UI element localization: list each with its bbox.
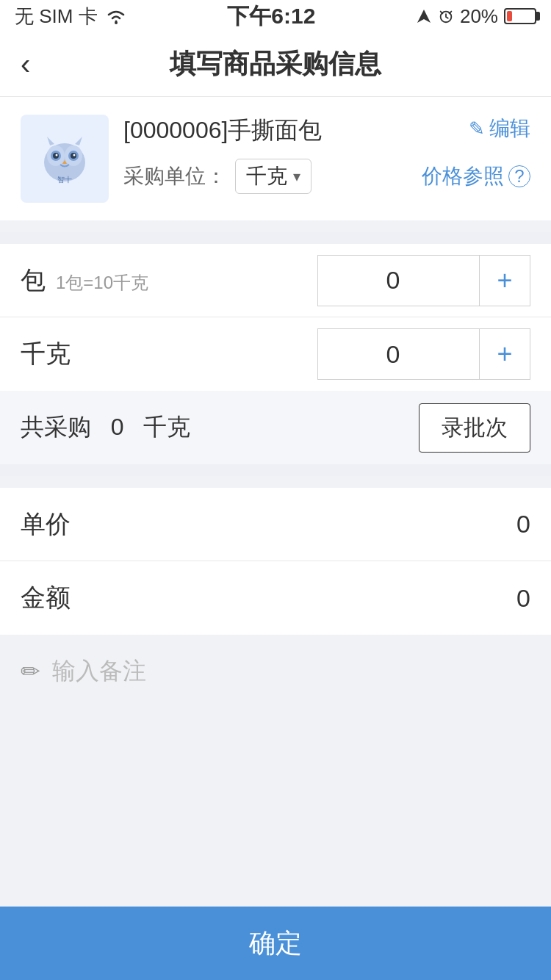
kg-quantity-input[interactable] <box>317 328 479 380</box>
bag-sublabel: 1包=10千克 <box>56 271 148 295</box>
product-image: 智十 <box>21 115 109 203</box>
status-left: 无 SIM 卡 <box>15 4 127 29</box>
summary-row: 共采购 0 千克 录批次 <box>0 391 551 464</box>
unit-price-label: 单价 <box>21 508 71 541</box>
purchase-unit-label: 采购单位： <box>123 162 226 190</box>
nav-bar: ‹ 填写商品采购信息 <box>0 32 551 97</box>
kg-input-right: + <box>317 328 530 380</box>
help-icon: ? <box>508 165 530 187</box>
kg-label: 千克 <box>21 337 71 371</box>
summary-unit: 千克 <box>143 414 190 440</box>
product-card: 智十 [0000006]手撕面包 ✎ 编辑 采购单位： 千克 ▾ 价格参照 ? <box>0 97 551 220</box>
edit-button[interactable]: ✎ 编辑 <box>469 115 530 143</box>
sim-label: 无 SIM 卡 <box>15 4 98 29</box>
status-time: 下午6:12 <box>227 1 315 32</box>
bag-quantity-input[interactable] <box>317 255 479 306</box>
section-divider-1 <box>0 232 551 244</box>
batch-button[interactable]: 录批次 <box>419 403 530 453</box>
svg-point-0 <box>115 21 118 24</box>
summary-value: 0 <box>111 414 124 440</box>
purchase-unit-row: 采购单位： 千克 ▾ 价格参照 ? <box>123 159 530 194</box>
kg-plus-button[interactable]: + <box>479 328 530 380</box>
price-ref-button[interactable]: 价格参照 ? <box>422 162 530 190</box>
alarm-icon <box>438 8 454 24</box>
kg-unit-label: 千克 <box>21 337 71 371</box>
status-bar: 无 SIM 卡 下午6:12 20% <box>0 0 551 32</box>
bottom-spacer <box>0 708 551 929</box>
kg-input-row: 千克 + <box>0 317 551 391</box>
svg-marker-12 <box>47 137 54 145</box>
back-button[interactable]: ‹ <box>21 48 30 81</box>
pencil-icon: ✏ <box>21 657 40 685</box>
summary-text: 共采购 0 千克 <box>21 411 190 444</box>
battery-percent: 20% <box>460 5 498 28</box>
location-icon <box>416 8 432 24</box>
section-divider-2 <box>0 464 551 476</box>
product-info: [0000006]手撕面包 ✎ 编辑 采购单位： 千克 ▾ 价格参照 ? <box>123 115 530 194</box>
bag-input-right: + <box>317 255 530 306</box>
note-placeholder: 输入备注 <box>52 655 146 688</box>
product-logo: 智十 <box>35 129 94 188</box>
price-ref-label: 价格参照 <box>422 162 504 190</box>
status-right: 20% <box>416 5 536 28</box>
unit-price-value: 0 <box>516 510 530 538</box>
svg-point-9 <box>56 154 58 156</box>
edit-label: 编辑 <box>489 115 530 143</box>
page-title: 填写商品采购信息 <box>170 46 381 82</box>
bag-input-row: 包 1包=10千克 + <box>0 244 551 317</box>
svg-marker-13 <box>75 137 82 145</box>
edit-icon: ✎ <box>469 118 485 140</box>
svg-point-10 <box>73 154 76 156</box>
battery-icon <box>504 8 536 24</box>
unit-price-row: 单价 0 <box>0 488 551 561</box>
unit-value: 千克 <box>246 162 287 190</box>
summary-prefix: 共采购 <box>21 414 91 440</box>
confirm-button[interactable]: 确定 <box>0 907 551 980</box>
amount-label: 金额 <box>21 581 71 615</box>
product-name: [0000006]手撕面包 <box>123 115 322 147</box>
bag-label: 包 1包=10千克 <box>21 264 148 298</box>
amount-value: 0 <box>516 584 530 613</box>
product-name-row: [0000006]手撕面包 ✎ 编辑 <box>123 115 530 147</box>
wifi-icon <box>105 8 127 24</box>
quantity-section: 包 1包=10千克 + 千克 + <box>0 244 551 391</box>
bag-plus-button[interactable]: + <box>479 255 530 306</box>
chevron-down-icon: ▾ <box>293 167 300 185</box>
unit-selector[interactable]: 千克 ▾ <box>235 159 311 194</box>
price-section: 单价 0 金额 0 <box>0 488 551 635</box>
svg-text:智十: 智十 <box>57 176 72 184</box>
note-section[interactable]: ✏ 输入备注 <box>0 635 551 708</box>
amount-row: 金额 0 <box>0 561 551 635</box>
bag-unit-label: 包 <box>21 264 46 298</box>
